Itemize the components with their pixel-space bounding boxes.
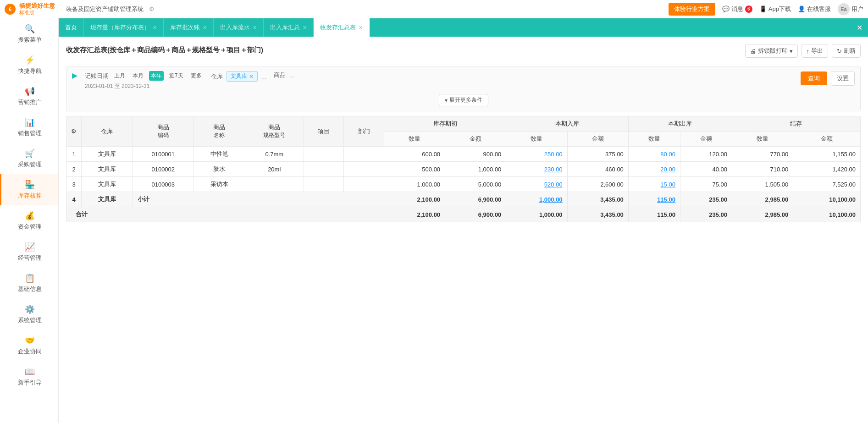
row-end-amt: 1,155.00 <box>793 147 861 162</box>
row-in-amt: 2,600.00 <box>567 177 628 192</box>
app-wrapper: 6 畅捷通好生意 标准版 装备及固定资产辅助管理系统 ⚙ 体验行业方案 💬 消息… <box>0 0 868 423</box>
row-out-qty[interactable]: 15.00 <box>628 177 680 192</box>
col-in-header: 本期入库 <box>506 116 629 132</box>
date-btn-more[interactable]: 更多 <box>189 71 204 81</box>
date-btn-this-year[interactable]: 本年 <box>149 71 164 81</box>
messages-count: 6 <box>745 5 752 13</box>
date-range: 2023-01-01 至 2023-12-31 <box>85 82 204 90</box>
top-bar: 6 畅捷通好生意 标准版 装备及固定资产辅助管理系统 ⚙ 体验行业方案 💬 消息… <box>0 0 868 18</box>
experience-button[interactable]: 体验行业方案 <box>669 3 715 16</box>
subtotal-init-qty: 2,100.00 <box>384 192 445 207</box>
messages-btn[interactable]: 💬 消息 6 <box>722 5 752 13</box>
row-in-qty[interactable]: 520.00 <box>506 177 567 192</box>
tab-stock-dist[interactable]: 现存量（库存分布表） ✕ <box>84 18 164 37</box>
row-spec <box>245 177 304 192</box>
expand-icon: ▾ <box>445 97 448 104</box>
warehouse-filter-dots[interactable]: ... <box>261 73 267 80</box>
tab-batch-close[interactable]: ✕ <box>203 25 207 31</box>
tab-recv-send-close[interactable]: ✕ <box>359 25 363 31</box>
row-out-qty[interactable]: 20.00 <box>628 162 680 177</box>
date-btn-this-month[interactable]: 本月 <box>131 71 145 81</box>
col-out-qty-header: 数量 <box>628 132 680 147</box>
row-dept <box>344 162 384 177</box>
warehouse-tag[interactable]: 文具库 ✕ <box>227 71 258 82</box>
refresh-icon: ↻ <box>837 48 842 55</box>
user-label: 用户 <box>851 5 863 13</box>
subtotal-out-qty[interactable]: 115.00 <box>628 192 680 207</box>
download-icon: 📱 <box>759 5 767 12</box>
online-service-btn[interactable]: 👤 在线客服 <box>798 5 831 13</box>
row-name: 胶水 <box>194 162 245 177</box>
export-btn[interactable]: ↑ 导出 <box>802 44 829 58</box>
sidebar-item-system[interactable]: ⚙️ 系统管理 <box>0 299 58 330</box>
operation-icon: 📈 <box>25 242 35 252</box>
subtotal-in-qty[interactable]: 1,000.00 <box>506 192 567 207</box>
tab-recv-send[interactable]: 收发存汇总表 ✕ <box>314 18 370 37</box>
sidebar-item-marketing[interactable]: 📢 营销推广 <box>0 81 58 112</box>
sidebar-item-purchase[interactable]: 🛒 采购管理 <box>0 143 58 174</box>
sidebar-item-inventory[interactable]: 🏪 库存核算 <box>0 174 58 205</box>
app-download-label: App下载 <box>768 5 791 13</box>
tab-inout-summary-close[interactable]: ✕ <box>303 25 307 31</box>
sidebar-item-operation[interactable]: 📈 经营管理 <box>0 236 58 268</box>
tab-inout-flow-close[interactable]: ✕ <box>253 25 257 31</box>
row-spec: 20ml <box>245 162 304 177</box>
row-init-qty: 1,000.00 <box>384 177 445 192</box>
warehouse-tag-remove[interactable]: ✕ <box>249 73 254 80</box>
gear-icon[interactable]: ⚙ <box>149 5 155 12</box>
sidebar-label-search: 搜索菜单 <box>18 36 42 44</box>
toolbar: 🖨 拆锁版打印 ▾ ↑ 导出 ↻ 刷新 <box>745 44 861 58</box>
date-btn-last-month[interactable]: 上月 <box>112 71 127 81</box>
sidebar-item-quick[interactable]: ⚡ 快捷导航 <box>0 49 58 81</box>
sidebar-item-newbie[interactable]: 📖 新手引导 <box>0 361 58 392</box>
finance-icon: 💰 <box>25 211 35 221</box>
sidebar-item-enterprise[interactable]: 🤝 企业协同 <box>0 330 58 361</box>
filter-arrow[interactable]: ▶ <box>72 71 77 80</box>
app-download-btn[interactable]: 📱 App下载 <box>759 5 791 13</box>
col-in-qty-header: 数量 <box>506 132 567 147</box>
tab-inout-summary-label: 出入库汇总 <box>270 23 300 32</box>
col-warehouse-header: 仓库 <box>82 116 133 147</box>
subtotal-no: 4 <box>66 192 82 207</box>
system-icon: ⚙️ <box>25 304 35 314</box>
row-out-amt: 75.00 <box>680 177 732 192</box>
settings-button[interactable]: 设置 <box>831 71 855 86</box>
row-name: 采访本 <box>194 177 245 192</box>
sidebar-item-search[interactable]: 🔍 搜索菜单 <box>0 18 58 49</box>
refresh-btn[interactable]: ↻ 刷新 <box>832 44 861 58</box>
row-code: 0100001 <box>133 147 194 162</box>
row-out-qty[interactable]: 80.00 <box>628 147 680 162</box>
goods-filter-dots[interactable]: ... <box>289 71 295 79</box>
sidebar-item-basic[interactable]: 📋 基础信息 <box>0 268 58 299</box>
row-code: 0100003 <box>133 177 194 192</box>
col-init-stock-header: 库存期初 <box>384 116 506 132</box>
user-btn[interactable]: Ea 用户 <box>838 3 863 15</box>
row-init-amt: 5,000.00 <box>445 177 506 192</box>
query-button[interactable]: 查询 <box>801 71 827 85</box>
sidebar-item-sales[interactable]: 📊 销售管理 <box>0 112 58 143</box>
col-project-header: 项目 <box>304 116 343 147</box>
col-gear[interactable]: ⚙ <box>66 116 82 147</box>
sidebar-label-marketing: 营销推广 <box>18 98 42 106</box>
col-spec-header: 商品规格型号 <box>245 116 304 147</box>
tab-batch[interactable]: 库存批次账 ✕ <box>164 18 214 37</box>
row-in-qty[interactable]: 230.00 <box>506 162 567 177</box>
row-spec: 0.7mm <box>245 147 304 162</box>
export-btn-label: 导出 <box>811 47 823 55</box>
tab-stock-dist-close[interactable]: ✕ <box>153 25 157 31</box>
tab-home[interactable]: 首页 <box>59 18 84 37</box>
footer-init-amt: 6,900.00 <box>445 207 506 222</box>
print-btn[interactable]: 🖨 拆锁版打印 ▾ <box>745 44 798 58</box>
sidebar-item-finance[interactable]: 💰 资金管理 <box>0 205 58 236</box>
user-avatar: Ea <box>838 3 850 15</box>
footer-in-qty: 1,000.00 <box>506 207 567 222</box>
footer-init-qty: 2,100.00 <box>384 207 445 222</box>
tab-bar-close-btn[interactable]: ✕ <box>851 23 868 32</box>
row-in-qty[interactable]: 250.00 <box>506 147 567 162</box>
tab-inout-flow[interactable]: 出入库流水 ✕ <box>214 18 264 37</box>
date-btn-7days[interactable]: 近7天 <box>167 71 185 81</box>
expand-conditions-btn[interactable]: ▾ 展开更多条件 <box>439 94 488 106</box>
col-end-qty-header: 数量 <box>732 132 793 147</box>
row-project <box>304 162 343 177</box>
tab-inout-summary[interactable]: 出入库汇总 ✕ <box>264 18 314 37</box>
